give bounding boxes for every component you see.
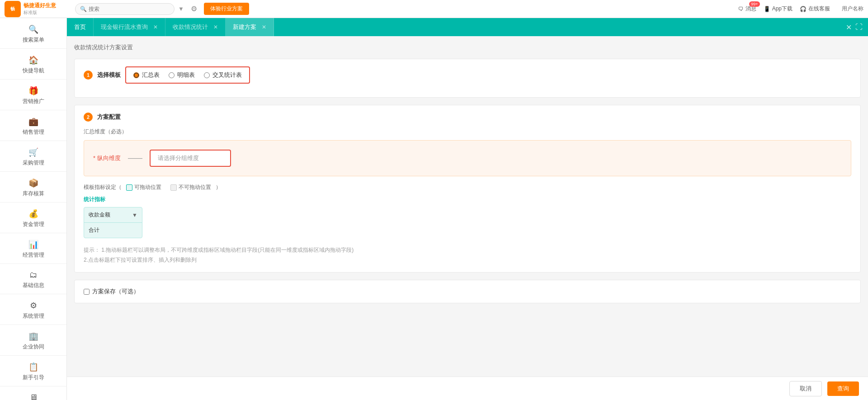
- dimension-title: 汇总维度（必选）: [84, 128, 851, 136]
- metrics-header-label: 模板指标设定（: [84, 184, 122, 191]
- query-button[interactable]: 查询: [827, 381, 859, 396]
- quick-nav-label: 快捷导航: [23, 67, 44, 75]
- step2-card: 2 方案配置 汇总维度（必选） 纵向维度 —— 请选择分组维度: [74, 105, 861, 273]
- tab-collect-stats[interactable]: 收款情况统计✕: [165, 18, 226, 36]
- enterprise-icon: 🏢: [28, 331, 38, 341]
- arrow-icon: ——: [128, 154, 142, 162]
- footer: 取消 查询: [67, 376, 868, 400]
- sidebar-item-enterprise[interactable]: 🏢 企业协同: [0, 325, 66, 356]
- smart-hw-icon: 🖥: [29, 393, 38, 400]
- quick-nav-icon: 🏠: [28, 55, 38, 65]
- sidebar-item-smart-hw[interactable]: 🖥 智能硬件: [0, 386, 66, 400]
- top-bar: 畅 畅捷通好生意 标准版 🔍 ▼ ⚙ 体验行业方案 🗨 消息 99+ 📱 App…: [0, 0, 868, 18]
- tab-close-new-scheme[interactable]: ✕: [262, 24, 266, 30]
- non-draggable-box: [170, 184, 177, 191]
- sidebar-item-purchase[interactable]: 🛒 采购管理: [0, 141, 66, 172]
- search-bar[interactable]: 🔍: [75, 3, 175, 15]
- tab-close-collect-stats[interactable]: ✕: [213, 24, 218, 30]
- system-icon: ⚙: [30, 301, 37, 311]
- sidebar-item-marketing[interactable]: 🎁 营销推广: [0, 80, 66, 110]
- tip1: 提示： 1.拖动标题栏可以调整布局，不可跨维度或指标区域拖动栏目字段(只能在同一…: [84, 245, 851, 255]
- step2-header: 2 方案配置: [84, 113, 851, 122]
- newbie-label: 新手引导: [23, 374, 44, 381]
- sidebar-item-system[interactable]: ⚙ 系统管理: [0, 294, 66, 325]
- sidebar-item-newbie[interactable]: 📋 新手引导: [0, 356, 66, 386]
- operation-label: 经营管理: [23, 251, 44, 259]
- dropdown-icon[interactable]: ▼: [178, 5, 184, 12]
- tip1-text: 提示： 1.拖动标题栏可以调整布局，不可跨维度或指标区域拖动栏目字段(只能在同一…: [84, 245, 354, 255]
- template-selection: 汇总表 明细表 交叉统计表: [125, 66, 250, 84]
- tab-home[interactable]: 首页: [67, 18, 94, 36]
- sidebar-item-basic[interactable]: 🗂 基础信息: [0, 264, 66, 294]
- radio-cross[interactable]: 交叉统计表: [204, 71, 242, 79]
- metrics-card-dropdown[interactable]: ▼: [132, 212, 137, 218]
- tab-bank-flow[interactable]: 现金银行流水查询✕: [94, 18, 165, 36]
- download-label: App下载: [772, 5, 793, 13]
- tab-new-scheme[interactable]: 新建方案✕: [226, 18, 274, 36]
- brand: 畅 畅捷通好生意 标准版: [5, 1, 71, 17]
- metrics-card: 收款金额 ▼ 合计: [84, 207, 142, 238]
- cancel-button[interactable]: 取消: [789, 381, 822, 396]
- download-action[interactable]: 📱 App下载: [764, 5, 793, 13]
- close-bracket: ）: [216, 184, 221, 191]
- metrics-card-body: 合计: [84, 223, 142, 238]
- brand-logo: 畅: [5, 1, 21, 17]
- search-input[interactable]: [89, 6, 170, 12]
- tab-bar-spacer: [274, 18, 840, 36]
- dimension-input[interactable]: 请选择分组维度: [150, 150, 231, 167]
- operation-icon: 📊: [28, 240, 38, 249]
- tab-label-bank-flow: 现金银行流水查询: [101, 23, 148, 31]
- content-area: 首页现金银行流水查询✕收款情况统计✕新建方案✕ ✕ ⛶ 收款情况统计方案设置 1…: [67, 18, 868, 400]
- sidebar-item-operation[interactable]: 📊 经营管理: [0, 233, 66, 264]
- sales-label: 销售管理: [23, 128, 44, 136]
- config-section: 汇总维度（必选） 纵向维度 —— 请选择分组维度 模板指标设定（: [84, 128, 851, 265]
- save-checkbox-input[interactable]: [84, 289, 90, 295]
- purchase-label: 采购管理: [23, 159, 44, 167]
- step2-number: 2: [84, 113, 93, 122]
- message-action[interactable]: 🗨 消息 99+: [738, 5, 756, 13]
- message-icon: 🗨: [738, 6, 744, 12]
- legend-draggable: 可拖动位置: [126, 184, 161, 191]
- metrics-section: 模板指标设定（ 可拖动位置 不可拖动位置 ）: [84, 184, 851, 238]
- sidebar-item-search-menu[interactable]: 🔍 搜索菜单: [0, 18, 66, 49]
- user-info: 用户名称: [842, 5, 863, 13]
- close-window-btn[interactable]: ✕: [846, 23, 852, 32]
- main-layout: 🔍 搜索菜单 🏠 快捷导航 🎁 营销推广 💼 销售管理 🛒 采购管理 📦 库存核…: [0, 18, 868, 400]
- download-icon: 📱: [764, 6, 770, 12]
- tip2: 2.点击标题栏下拉可设置排序、插入列和删除列: [84, 255, 851, 265]
- trial-button[interactable]: 体验行业方案: [204, 3, 249, 15]
- service-label: 在线客服: [808, 5, 830, 13]
- enterprise-label: 企业协同: [23, 343, 44, 351]
- sidebar: 🔍 搜索菜单 🏠 快捷导航 🎁 营销推广 💼 销售管理 🛒 采购管理 📦 库存核…: [0, 18, 67, 400]
- tab-bar: 首页现金银行流水查询✕收款情况统计✕新建方案✕ ✕ ⛶: [67, 18, 868, 36]
- sidebar-item-sales[interactable]: 💼 销售管理: [0, 110, 66, 141]
- sidebar-item-quick-nav[interactable]: 🏠 快捷导航: [0, 49, 66, 80]
- sales-icon: 💼: [28, 117, 38, 127]
- metrics-card-title: 收款金额: [89, 211, 110, 219]
- tips-section: 提示： 1.拖动标题栏可以调整布局，不可跨维度或指标区域拖动栏目字段(只能在同一…: [84, 245, 851, 265]
- draggable-label: 可拖动位置: [134, 184, 161, 191]
- tip2-text: 2.点击标题栏下拉可设置排序、插入列和删除列: [84, 255, 197, 265]
- service-action[interactable]: 🎧 在线客服: [800, 5, 830, 13]
- marketing-label: 营销推广: [23, 98, 44, 105]
- bottom-section: 方案保存（可选）: [74, 280, 861, 303]
- radio-summary[interactable]: 汇总表: [133, 71, 160, 79]
- sidebar-item-finance[interactable]: 💰 资金管理: [0, 202, 66, 233]
- settings-icon[interactable]: ⚙: [188, 3, 200, 15]
- maximize-btn[interactable]: ⛶: [855, 23, 863, 31]
- basic-icon: 🗂: [29, 270, 38, 280]
- newbie-icon: 📋: [28, 362, 38, 372]
- radio-detail[interactable]: 明细表: [169, 71, 195, 79]
- save-checkbox-label: 方案保存（可选）: [92, 287, 139, 296]
- brand-name: 畅捷通好生意: [24, 2, 56, 9]
- save-checkbox[interactable]: 方案保存（可选）: [84, 287, 139, 296]
- sidebar-item-inventory[interactable]: 📦 库存核算: [0, 172, 66, 202]
- tab-bar-controls: ✕ ⛶: [840, 18, 868, 36]
- metrics-group-label: 统计指标: [84, 196, 851, 203]
- radio-summary-label: 汇总表: [142, 71, 160, 79]
- search-icon: 🔍: [80, 6, 87, 12]
- finance-icon: 💰: [28, 209, 38, 219]
- system-label: 系统管理: [23, 312, 44, 320]
- tab-close-bank-flow[interactable]: ✕: [153, 24, 158, 30]
- service-icon: 🎧: [800, 6, 807, 12]
